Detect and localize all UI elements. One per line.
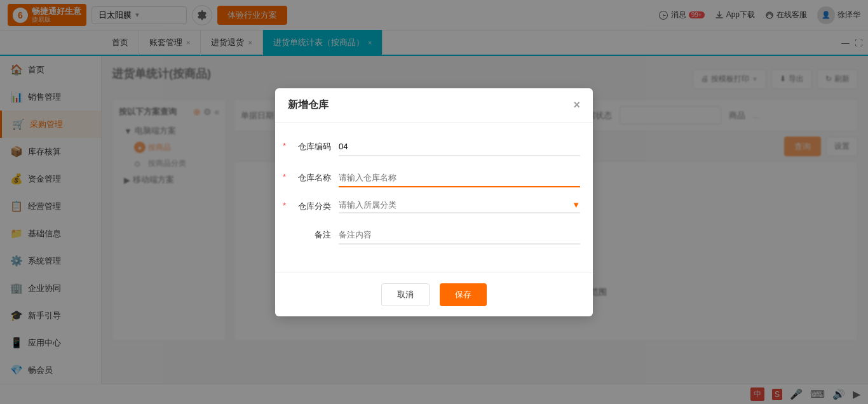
modal-close-button[interactable]: × — [573, 99, 580, 111]
modal-body: 仓库编码 仓库名称 仓库分类 ▼ 备注 — [275, 123, 593, 273]
code-label: 仓库编码 — [288, 141, 339, 152]
category-label: 仓库分类 — [288, 201, 339, 212]
code-row: 仓库编码 — [288, 138, 580, 156]
remark-label: 备注 — [288, 229, 339, 241]
modal-header: 新增仓库 × — [275, 88, 593, 123]
category-dropdown-icon[interactable]: ▼ — [572, 200, 580, 210]
name-input[interactable] — [339, 169, 580, 187]
remark-input[interactable] — [339, 226, 580, 245]
new-warehouse-modal: 新增仓库 × 仓库编码 仓库名称 仓库分类 ▼ — [275, 88, 593, 316]
code-input[interactable] — [339, 138, 580, 156]
modal-overlay: 新增仓库 × 仓库编码 仓库名称 仓库分类 ▼ — [0, 0, 868, 404]
category-row: 仓库分类 ▼ — [288, 200, 580, 213]
name-row: 仓库名称 — [288, 169, 580, 187]
category-input[interactable] — [339, 200, 572, 210]
cancel-button[interactable]: 取消 — [381, 283, 430, 306]
modal-footer: 取消 保存 — [275, 273, 593, 316]
save-button[interactable]: 保存 — [440, 283, 487, 306]
name-label: 仓库名称 — [288, 172, 339, 184]
remark-row: 备注 — [288, 226, 580, 245]
category-select-wrapper: ▼ — [339, 200, 580, 213]
modal-title: 新增仓库 — [288, 98, 329, 112]
